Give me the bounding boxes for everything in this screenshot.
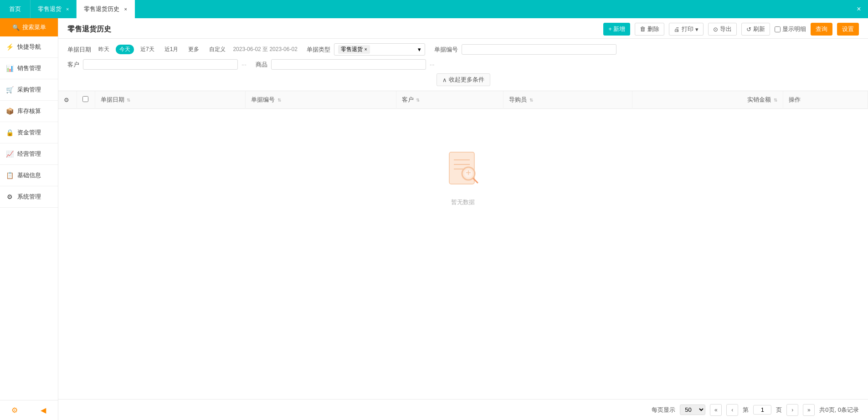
tab-home-label: 首页	[9, 5, 21, 13]
refresh-button[interactable]: ↺ 刷新	[741, 23, 770, 36]
sidebar-item-finance[interactable]: 🔒 资金管理	[0, 122, 58, 143]
th-amount: 实销金额 ⇅	[632, 91, 783, 109]
top-bar: 首页 零售退货 × 零售退货历史 × ×	[0, 0, 868, 18]
date-sort-icon[interactable]: ⇅	[127, 97, 130, 102]
next-page-button[interactable]: ›	[786, 404, 798, 416]
th-customer: 客户 ⇅	[396, 91, 503, 109]
goods-input[interactable]	[271, 59, 426, 70]
sales-icon: 📊	[5, 64, 14, 72]
customer-filter-label: 客户	[67, 61, 79, 69]
sidebar-item-sales[interactable]: 📊 销售管理	[0, 58, 58, 79]
date-btn-7days[interactable]: 近7天	[137, 45, 158, 54]
date-btn-1month[interactable]: 近1月	[161, 45, 182, 54]
sidebar-item-sales-label: 销售管理	[17, 64, 41, 72]
data-table: ⚙ 单据日期 ⇅ 单据编号 ⇅	[58, 91, 868, 243]
table-area: ⚙ 单据日期 ⇅ 单据编号 ⇅	[58, 91, 868, 399]
date-btn-custom[interactable]: 自定义	[205, 45, 229, 54]
prev-page-button[interactable]: ‹	[726, 404, 738, 416]
th-number: 单据编号 ⇅	[246, 91, 396, 109]
show-detail-checkbox-label[interactable]: 显示明细	[775, 25, 806, 33]
refresh-icon: ↺	[746, 26, 751, 33]
th-number-label: 单据编号	[251, 96, 275, 103]
empty-state: 暂无数据	[58, 109, 868, 243]
th-checkbox	[77, 91, 95, 109]
last-page-button[interactable]: »	[803, 404, 815, 416]
print-arrow-icon: ▾	[695, 26, 699, 33]
export-label: 导出	[720, 25, 732, 33]
number-filter: 单据编号	[434, 44, 616, 55]
sidebar-item-quick-nav[interactable]: ⚡ 快捷导航	[0, 36, 58, 58]
sidebar-item-operations[interactable]: 📈 经营管理	[0, 143, 58, 165]
th-guide-label: 导购员	[509, 96, 527, 103]
customer-dots-icon[interactable]: ···	[241, 61, 247, 68]
sidebar-search-button[interactable]: 🔍 搜索菜单	[0, 18, 58, 36]
tab-retail-return-history-close[interactable]: ×	[124, 6, 127, 12]
th-action: 操作	[783, 91, 868, 109]
settings-icon[interactable]: ⚙	[64, 97, 69, 103]
date-btn-today[interactable]: 今天	[116, 45, 134, 54]
search-icon: 🔍	[12, 24, 20, 31]
sidebar-item-purchase[interactable]: 🛒 采购管理	[0, 79, 58, 101]
date-btn-more[interactable]: 更多	[185, 45, 203, 54]
tab-home[interactable]: 首页	[0, 0, 31, 18]
tab-retail-return-close[interactable]: ×	[66, 6, 69, 12]
first-page-button[interactable]: «	[710, 404, 722, 416]
type-tag-close-icon[interactable]: ×	[365, 47, 367, 52]
th-amount-label: 实销金额	[747, 96, 771, 103]
operations-icon: 📈	[5, 150, 14, 158]
empty-text: 暂无数据	[451, 198, 475, 206]
window-close-button[interactable]: ×	[850, 0, 868, 18]
filter-area: 单据日期 昨天 今天 近7天 近1月 更多 自定义 2023-06-02 至 2…	[58, 39, 868, 91]
main-layout: 🔍 搜索菜单 ⚡ 快捷导航 📊 销售管理 🛒 采购管理 📦 库存核算 🔒	[0, 18, 868, 420]
per-page-select[interactable]: 10 20 50 100	[680, 405, 705, 415]
table-body: 暂无数据	[58, 109, 868, 243]
date-btn-yesterday[interactable]: 昨天	[95, 45, 113, 54]
toolbar: + 新增 🗑 删除 🖨 打印 ▾ ⊙ 导出 ↺ 刷新 显示明细	[603, 23, 859, 36]
print-icon: 🖨	[674, 26, 680, 33]
print-button[interactable]: 🖨 打印 ▾	[669, 23, 704, 36]
page-unit: 页	[776, 406, 782, 414]
number-input[interactable]	[462, 44, 616, 55]
table-header-row: ⚙ 单据日期 ⇅ 单据编号 ⇅	[58, 91, 868, 109]
type-filter: 单据类型 零售退货 × ▾	[307, 43, 425, 56]
sidebar-item-inventory[interactable]: 📦 库存核算	[0, 101, 58, 122]
number-filter-label: 单据编号	[434, 46, 458, 54]
page-title: 零售退货历史	[67, 25, 111, 34]
collapse-filter-button[interactable]: ∧ 收起更多条件	[437, 73, 490, 86]
number-sort-icon[interactable]: ⇅	[277, 97, 281, 102]
content-area: 零售退货历史 + 新增 🗑 删除 🖨 打印 ▾ ⊙ 导出 ↺ 刷新	[58, 18, 868, 420]
sidebar-item-basic-info[interactable]: 📋 基础信息	[0, 165, 58, 186]
customer-sort-icon[interactable]: ⇅	[416, 97, 420, 102]
tab-retail-return[interactable]: 零售退货 ×	[31, 0, 77, 18]
show-detail-label: 显示明细	[782, 25, 806, 33]
amount-sort-icon[interactable]: ⇅	[774, 97, 777, 102]
tab-retail-return-history[interactable]: 零售退货历史 ×	[77, 0, 134, 18]
sidebar-item-purchase-label: 采购管理	[17, 86, 41, 94]
new-button[interactable]: + 新增	[603, 23, 630, 36]
goods-filter: 商品 ···	[256, 59, 435, 70]
quick-nav-icon: ⚡	[5, 43, 14, 51]
th-action-label: 操作	[789, 96, 801, 103]
sidebar-collapse-button[interactable]: ◀	[36, 403, 51, 418]
tab-list: 首页 零售退货 × 零售退货历史 ×	[0, 0, 850, 18]
customer-input[interactable]	[83, 59, 238, 70]
goods-dots-icon[interactable]: ···	[430, 61, 435, 68]
sidebar-settings-button[interactable]: ⚙	[7, 403, 22, 418]
date-filter: 单据日期 昨天 今天 近7天 近1月 更多 自定义 2023-06-02 至 2…	[67, 45, 298, 54]
export-button[interactable]: ⊙ 导出	[708, 23, 737, 36]
sidebar-item-system-label: 系统管理	[17, 193, 41, 201]
th-guide: 导购员 ⇅	[503, 91, 632, 109]
sidebar-item-system[interactable]: ⚙ 系统管理	[0, 186, 58, 208]
delete-button[interactable]: 🗑 删除	[635, 23, 664, 36]
query-button[interactable]: 查询	[811, 23, 832, 36]
select-all-checkbox[interactable]	[82, 96, 88, 102]
type-select[interactable]: 零售退货 × ▾	[334, 43, 425, 56]
settings-button[interactable]: 设置	[837, 23, 859, 36]
type-tag: 零售退货 ×	[338, 45, 370, 54]
page-number-input[interactable]	[753, 405, 771, 415]
date-options: 昨天 今天 近7天 近1月 更多 自定义	[95, 45, 229, 54]
guide-sort-icon[interactable]: ⇅	[529, 97, 533, 102]
inventory-icon: 📦	[5, 107, 14, 115]
show-detail-checkbox[interactable]	[775, 26, 781, 32]
tab-retail-return-history-label: 零售退货历史	[84, 5, 119, 13]
